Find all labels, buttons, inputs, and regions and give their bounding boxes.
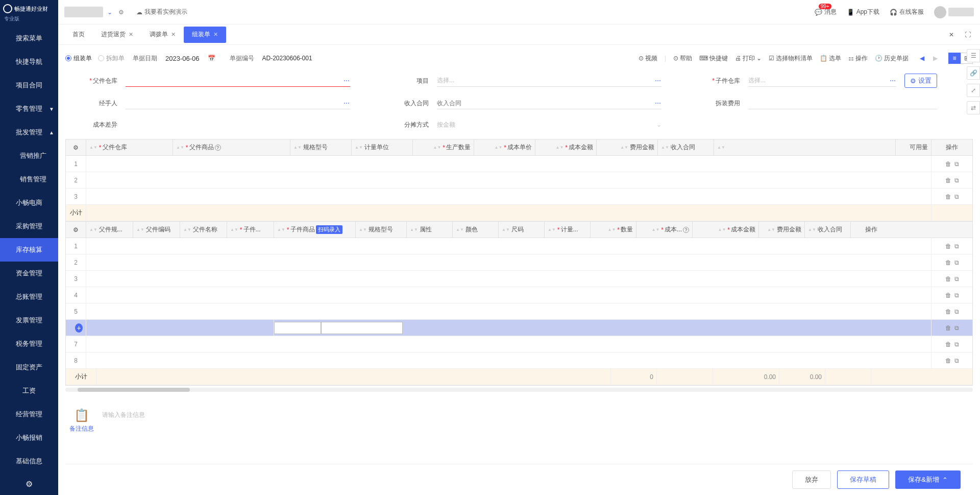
delete-icon[interactable]: 🗑	[945, 292, 951, 299]
select-link[interactable]: 📋 选单	[820, 54, 841, 63]
calendar-icon[interactable]: 📅	[208, 55, 215, 62]
more-icon[interactable]: ⋯	[655, 100, 662, 107]
edit-cell[interactable]	[274, 322, 321, 334]
cost-diff-input[interactable]	[126, 119, 350, 131]
more-icon[interactable]: ⋯	[655, 77, 662, 84]
close-icon[interactable]: ✕	[171, 31, 176, 38]
edit-cell[interactable]	[321, 322, 403, 334]
scan-badge[interactable]: 扫码录入	[316, 225, 342, 234]
prev-doc[interactable]: ◀	[916, 52, 928, 64]
disassembly-fee-input[interactable]	[748, 97, 937, 109]
view-list[interactable]: ≡	[948, 53, 961, 64]
more-icon[interactable]: ⋯	[890, 77, 896, 84]
table-row[interactable]: 5🗑⧉	[66, 303, 972, 320]
save-new-button[interactable]: 保存&新增⌃	[895, 470, 961, 489]
fullscreen-toggle[interactable]: ⛶	[962, 29, 974, 41]
copy-icon[interactable]: ⧉	[954, 177, 959, 184]
horizontal-scrollbar[interactable]	[65, 388, 973, 392]
help-link[interactable]: ⊙ 帮助	[673, 54, 692, 63]
copy-icon[interactable]: ⧉	[954, 292, 959, 299]
sidebar-item[interactable]: 税务管理	[0, 332, 58, 356]
copy-icon[interactable]: ⧉	[954, 341, 959, 348]
delete-icon[interactable]: 🗑	[945, 259, 951, 266]
add-row-button[interactable]: +	[75, 323, 83, 333]
sidebar-item[interactable]: 搜索菜单	[0, 27, 58, 50]
sidebar-item[interactable]: 经营管理	[0, 403, 58, 426]
material-link[interactable]: ☑ 选择物料清单	[769, 54, 813, 63]
tenant-selector[interactable]: ⌄	[64, 7, 112, 17]
rail-attachment[interactable]: 🔗	[967, 66, 980, 80]
sidebar-item[interactable]: 小畅报销	[0, 426, 58, 450]
sidebar-item[interactable]: 小畅电商	[0, 191, 58, 215]
delete-icon[interactable]: 🗑	[945, 275, 951, 282]
customer-service-link[interactable]: 🎧 在线客服	[890, 8, 924, 16]
history-link[interactable]: 🕑 历史单据	[875, 54, 909, 63]
delete-icon[interactable]: 🗑	[945, 341, 951, 348]
setting-button[interactable]: ⚙设置	[904, 74, 937, 88]
tab[interactable]: 进货退货✕	[93, 27, 141, 43]
more-icon[interactable]: ⋯	[344, 100, 350, 107]
copy-icon[interactable]: ⧉	[954, 308, 959, 315]
close-all-tabs[interactable]: ✕	[945, 29, 958, 41]
delete-icon[interactable]: 🗑	[945, 243, 951, 250]
income-contract-input[interactable]: ⋯	[437, 97, 662, 109]
copy-icon[interactable]: ⧉	[954, 357, 959, 364]
gear-icon[interactable]: ⚙	[118, 9, 124, 16]
shortcut-link[interactable]: ⌨ 快捷键	[699, 54, 728, 63]
radio-assembly[interactable]: 组装单	[65, 54, 92, 63]
rail-swap[interactable]: ⇄	[967, 101, 980, 114]
sidebar-item[interactable]: 零售管理▼	[0, 97, 58, 121]
copy-icon[interactable]: ⧉	[954, 324, 959, 332]
table-row[interactable]: 7🗑⧉	[66, 336, 972, 352]
delete-icon[interactable]: 🗑	[945, 160, 951, 168]
next-doc[interactable]: ▶	[929, 52, 941, 64]
table-row[interactable]: 2🗑⧉	[66, 254, 972, 271]
table-row[interactable]: 3🗑⧉	[66, 188, 972, 205]
copy-icon[interactable]: ⧉	[954, 243, 959, 250]
info-icon[interactable]: ?	[215, 145, 221, 151]
table-row[interactable]: 1🗑⧉	[66, 238, 972, 254]
handler-input[interactable]: ⋯	[126, 97, 350, 109]
rail-btn-1[interactable]: ☰	[967, 49, 980, 62]
rail-expand[interactable]: ⤢	[967, 84, 980, 97]
sidebar-item[interactable]: 工资	[0, 379, 58, 403]
parent-wh-input[interactable]: ⋯	[126, 75, 350, 87]
info-icon[interactable]: ?	[683, 227, 689, 233]
project-input[interactable]: 选择...⋯	[437, 75, 662, 87]
delete-icon[interactable]: 🗑	[945, 308, 951, 315]
remark-input[interactable]	[102, 408, 969, 421]
delete-icon[interactable]: 🗑	[945, 177, 951, 184]
tab[interactable]: 组装单✕	[184, 27, 226, 43]
child-wh-input[interactable]: 选择...⋯	[748, 75, 896, 87]
table-row[interactable]: 3🗑⧉	[66, 271, 972, 287]
print-link[interactable]: 🖨 打印 ⌄	[735, 54, 762, 63]
operate-link[interactable]: ⚏ 操作	[848, 54, 868, 63]
sidebar-item[interactable]: 资金管理	[0, 262, 58, 285]
sidebar-item[interactable]: 批发管理▲	[0, 121, 58, 144]
radio-disassembly[interactable]: 拆卸单	[98, 54, 125, 63]
more-icon[interactable]: ⋯	[344, 77, 350, 84]
discard-button[interactable]: 放弃	[792, 470, 831, 489]
save-draft-button[interactable]: 保存草稿	[837, 470, 889, 489]
close-icon[interactable]: ✕	[129, 31, 133, 38]
tab[interactable]: 调拨单✕	[141, 27, 184, 43]
sidebar-item[interactable]: 固定资产	[0, 356, 58, 379]
delete-icon[interactable]: 🗑	[945, 357, 951, 364]
demo-link[interactable]: ☁ 我要看实例演示	[136, 8, 187, 16]
grid-gear[interactable]: ⚙	[66, 222, 86, 238]
copy-icon[interactable]: ⧉	[954, 160, 959, 168]
sidebar-item[interactable]: 总账管理	[0, 285, 58, 309]
sidebar-item[interactable]: 库存核算	[0, 238, 58, 262]
sidebar-settings-icon[interactable]: ⚙	[0, 473, 58, 495]
app-download-link[interactable]: 📱 App下载	[847, 8, 879, 16]
grid-gear[interactable]: ⚙	[66, 139, 86, 155]
tab[interactable]: 首页	[64, 27, 93, 43]
sidebar-item[interactable]: 基础信息	[0, 450, 58, 473]
table-row[interactable]: 4🗑⧉	[66, 287, 972, 303]
messages-link[interactable]: 99+ 💬 消息	[815, 8, 837, 16]
copy-icon[interactable]: ⧉	[954, 259, 959, 266]
table-row[interactable]: 8🗑⧉	[66, 352, 972, 369]
delete-icon[interactable]: 🗑	[945, 324, 951, 332]
date-value[interactable]: 2023-06-06	[165, 55, 200, 62]
sidebar-item[interactable]: 采购管理	[0, 215, 58, 238]
